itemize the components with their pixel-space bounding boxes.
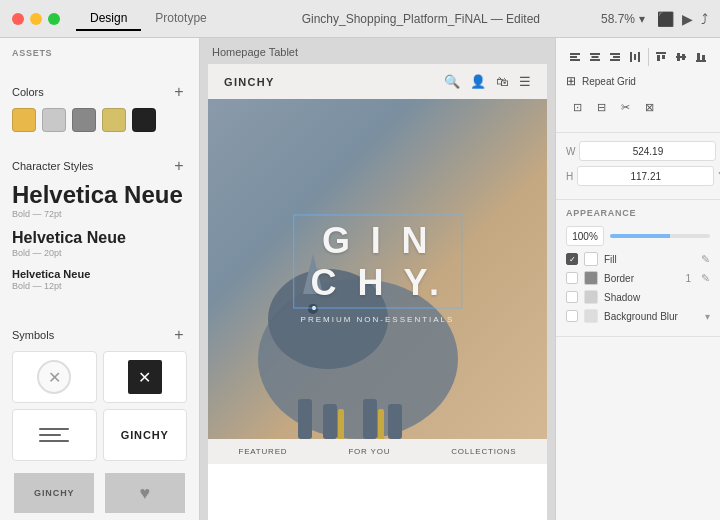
footer-link-collections[interactable]: COLLECTIONS: [451, 447, 516, 456]
shadow-color-preview[interactable]: [584, 290, 598, 304]
valign-top-button[interactable]: [652, 46, 670, 68]
mockup-nav: GINCHY 🔍 👤 🛍 ☰: [208, 64, 547, 99]
symbol-x-black[interactable]: ✕: [103, 351, 188, 403]
shadow-row: Shadow: [566, 290, 710, 304]
symbol-heart-badge[interactable]: ♥: [103, 467, 188, 519]
assets-section: ASSETS: [0, 38, 199, 74]
close-button[interactable]: [12, 13, 24, 25]
symbols-title: Symbols: [12, 329, 54, 341]
svg-rect-31: [656, 52, 666, 54]
character-styles-section: Character Styles + Helvetica Neue Bold —…: [0, 148, 199, 309]
background-blur-row: Background Blur ▾: [566, 309, 710, 323]
title-tabs: Design Prototype: [76, 7, 221, 31]
zoom-control[interactable]: 58.7% ▾: [601, 12, 645, 26]
svg-rect-37: [696, 60, 706, 62]
width-label: W: [566, 146, 575, 157]
cart-nav-icon: 🛍: [496, 74, 509, 89]
canvas-label: Homepage Tablet: [212, 46, 298, 58]
char-style-meta-72: Bold — 72pt: [12, 209, 187, 219]
minimize-button[interactable]: [30, 13, 42, 25]
hamburger-icon: [39, 428, 69, 442]
colors-title: Colors: [12, 86, 44, 98]
opacity-row: [566, 226, 710, 246]
symbol-ginchy-badge[interactable]: GINCHY: [12, 467, 97, 519]
border-edit-icon[interactable]: ✎: [701, 272, 710, 285]
char-style-bold-12[interactable]: Helvetica Neue Bold — 12pt: [12, 268, 187, 291]
svg-rect-27: [610, 59, 620, 61]
mockup-hero: G I N C H Y. PREMIUM NON-ESSENTIALS: [208, 99, 547, 439]
bg-blur-chevron[interactable]: ▾: [705, 311, 710, 322]
char-style-name-20: Helvetica Neue: [12, 229, 187, 247]
svg-rect-4: [363, 399, 377, 439]
border-checkbox[interactable]: [566, 272, 578, 284]
copy-button[interactable]: ⊡: [566, 96, 588, 118]
canvas-frame[interactable]: GINCHY 🔍 👤 🛍 ☰: [208, 64, 547, 520]
valign-bottom-button[interactable]: [692, 46, 710, 68]
svg-rect-30: [638, 52, 640, 62]
svg-rect-21: [570, 59, 580, 61]
align-right-button[interactable]: [606, 46, 624, 68]
ungroup-button[interactable]: ⊠: [638, 96, 660, 118]
fill-color-preview[interactable]: [584, 252, 598, 266]
char-style-meta-20: Bold — 20pt: [12, 248, 187, 258]
symbol-x-circle[interactable]: ✕: [12, 351, 97, 403]
height-input[interactable]: [577, 166, 714, 186]
svg-rect-24: [590, 59, 600, 61]
bg-blur-preview: [584, 309, 598, 323]
opacity-input[interactable]: [566, 226, 604, 246]
border-label: Border: [604, 273, 679, 284]
border-value: 1: [685, 273, 691, 284]
mockup-footer-nav: FEATURED FOR YOU COLLECTIONS: [208, 439, 547, 464]
color-swatch-yellow[interactable]: [12, 108, 36, 132]
shadow-label: Shadow: [604, 292, 710, 303]
color-swatch-lightgray[interactable]: [42, 108, 66, 132]
paste-button[interactable]: ⊟: [590, 96, 612, 118]
mockup-nav-icons: 🔍 👤 🛍 ☰: [444, 74, 531, 89]
shadow-checkbox[interactable]: [566, 291, 578, 303]
char-style-bold-72[interactable]: Helvetica Neue Bold — 72pt: [12, 182, 187, 219]
color-swatch-black[interactable]: [132, 108, 156, 132]
opacity-slider[interactable]: [610, 234, 710, 238]
footer-link-foryou[interactable]: FOR YOU: [348, 447, 390, 456]
fill-label: Fill: [604, 254, 695, 265]
ginchy-badge-icon: GINCHY: [14, 473, 94, 513]
fill-edit-icon[interactable]: ✎: [701, 253, 710, 266]
distribute-button[interactable]: [626, 46, 644, 68]
maximize-button[interactable]: [48, 13, 60, 25]
fill-checkbox[interactable]: [566, 253, 578, 265]
tab-design[interactable]: Design: [76, 7, 141, 31]
add-symbol-button[interactable]: +: [171, 327, 187, 343]
footer-link-featured[interactable]: FEATURED: [238, 447, 287, 456]
add-char-style-button[interactable]: +: [171, 158, 187, 174]
play-icon[interactable]: ▶: [682, 11, 693, 27]
height-row: H Y ⬡: [566, 166, 710, 186]
device-icons: ⬛ ▶ ⤴: [657, 11, 708, 27]
bg-blur-checkbox[interactable]: [566, 310, 578, 322]
add-color-button[interactable]: +: [171, 84, 187, 100]
share-icon[interactable]: ⤴: [701, 11, 708, 27]
valign-middle-button[interactable]: [672, 46, 690, 68]
bg-blur-label: Background Blur: [604, 311, 699, 322]
char-style-bold-20[interactable]: Helvetica Neue Bold — 20pt: [12, 229, 187, 258]
heart-badge-icon: ♥: [105, 473, 185, 513]
svg-rect-29: [634, 54, 636, 60]
tablet-icon[interactable]: ⬛: [657, 11, 674, 27]
colors-section: Colors +: [0, 74, 199, 140]
appearance-label: APPEARANCE: [566, 208, 710, 218]
border-color-preview[interactable]: [584, 271, 598, 285]
symbols-grid: ✕ ✕ GINCHY GINCHY: [12, 351, 187, 520]
x-circle-icon: ✕: [37, 360, 71, 394]
appearance-section: APPEARANCE Fill ✎ Border 1 ✎: [556, 200, 720, 337]
color-swatch-gray[interactable]: [72, 108, 96, 132]
align-left-button[interactable]: [566, 46, 584, 68]
svg-rect-38: [697, 53, 700, 60]
color-swatch-gold[interactable]: [102, 108, 126, 132]
svg-rect-19: [570, 53, 580, 55]
svg-rect-33: [662, 55, 665, 59]
align-center-button[interactable]: [586, 46, 604, 68]
tab-prototype[interactable]: Prototype: [141, 7, 220, 31]
symbol-hamburger[interactable]: [12, 409, 97, 461]
width-input[interactable]: [579, 141, 716, 161]
cut-button[interactable]: ✂: [614, 96, 636, 118]
symbol-ginchy-text[interactable]: GINCHY: [103, 409, 188, 461]
